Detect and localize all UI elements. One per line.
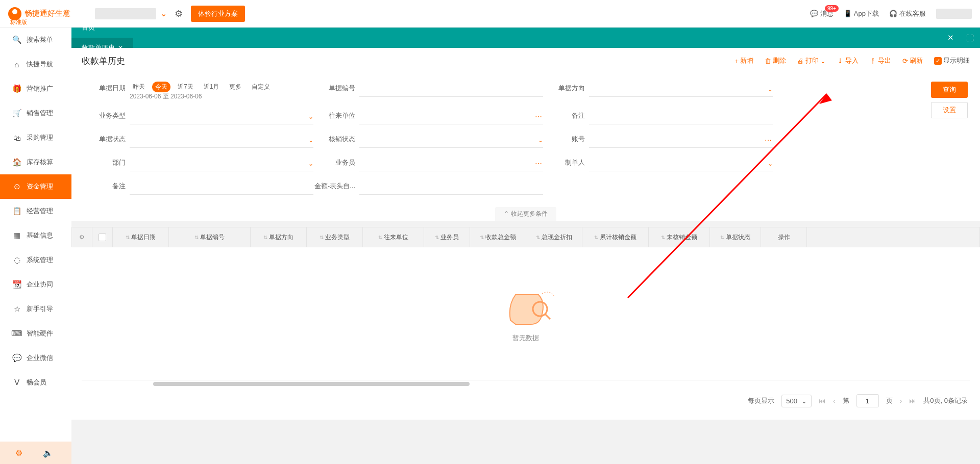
column-label: 单据状态 — [726, 233, 750, 242]
refresh-button[interactable]: ⟳刷新 — [902, 56, 923, 65]
dept-select[interactable]: ⌄ — [130, 156, 313, 171]
sidebar-item-14[interactable]: Ⅴ畅会员 — [0, 370, 71, 395]
tab-0[interactable]: 首页 — [71, 17, 133, 38]
sidebar-item-9[interactable]: ◌系统管理 — [0, 248, 71, 272]
sidebar-item-11[interactable]: ☆新手引导 — [0, 297, 71, 321]
toolbar: +新增 🗑删除 🖨打印⌄ ⭳导入 ⭱导出 ⟳刷新 ✓显示明细 — [734, 56, 970, 65]
sidebar-icon: ☆ — [12, 304, 21, 314]
experience-button[interactable]: 体验行业方案 — [191, 6, 245, 22]
sidebar-item-label: 资金管理 — [27, 182, 53, 191]
refresh-icon: ⟳ — [902, 57, 908, 65]
chevron-down-icon: ⌄ — [820, 57, 826, 65]
date-opt-1[interactable]: 今天 — [152, 82, 170, 92]
next-page-button[interactable]: › — [900, 397, 902, 405]
sidebar-item-5[interactable]: 🏠库存核算 — [0, 150, 71, 174]
remark2-input[interactable] — [130, 179, 313, 195]
sidebar-icon: ▦ — [12, 231, 21, 240]
user-redacted[interactable] — [936, 9, 972, 19]
column-header[interactable]: 操作 — [761, 227, 807, 247]
header-right: 💬 消息 99+ 📱 App下载 🎧 在线客服 — [810, 9, 972, 19]
chevron-down-icon: ⌄ — [768, 86, 773, 93]
doc-no-input[interactable] — [359, 82, 543, 97]
partner-input[interactable]: ⋯ — [359, 109, 543, 124]
empty-state: 暂无数据 — [71, 247, 980, 380]
delete-button[interactable]: 🗑删除 — [765, 56, 786, 65]
sidebar-gear-icon[interactable]: ⚙ — [15, 448, 22, 458]
prev-page-button[interactable]: ‹ — [833, 397, 836, 405]
column-header[interactable]: ⇅单据状态 — [710, 227, 761, 247]
sidebar-item-6[interactable]: ⊙资金管理 — [0, 174, 71, 199]
collapse-filters-button[interactable]: ⌃ 收起更多条件 — [495, 207, 556, 221]
amount-head-input[interactable] — [359, 179, 543, 195]
message-button[interactable]: 💬 消息 99+ — [810, 9, 834, 18]
show-detail-toggle[interactable]: ✓显示明细 — [934, 56, 970, 65]
horizontal-scrollbar[interactable] — [82, 380, 970, 387]
sidebar-item-label: 销售管理 — [27, 109, 53, 118]
sidebar-sound-icon[interactable]: 🔈 — [43, 448, 53, 458]
column-header[interactable]: ⇅未核销金额 — [649, 227, 710, 247]
import-button[interactable]: ⭳导入 — [837, 56, 859, 65]
date-opt-2[interactable]: 近7天 — [175, 82, 197, 92]
biz-type-select[interactable]: ⌄ — [130, 109, 313, 124]
date-opt-0[interactable]: 昨天 — [130, 82, 148, 92]
app-download-button[interactable]: 📱 App下载 — [844, 9, 879, 18]
app-label: App下载 — [854, 9, 879, 18]
column-label: 收款总金额 — [485, 233, 516, 242]
column-header[interactable]: ⇅收款总金额 — [470, 227, 526, 247]
last-page-button[interactable]: ⏭ — [909, 397, 916, 405]
column-label: 业务类型 — [325, 233, 350, 242]
sidebar-item-4[interactable]: 🛍采购管理 — [0, 125, 71, 150]
direction-select[interactable]: ⌄ — [589, 82, 773, 97]
sidebar-item-1[interactable]: ⌂快捷导航 — [0, 52, 71, 76]
sidebar-item-label: 库存核算 — [27, 158, 53, 167]
doc-status-select[interactable]: ⌄ — [130, 133, 313, 148]
column-header[interactable]: ⇅总现金折扣 — [526, 227, 582, 247]
export-button[interactable]: ⭱导出 — [870, 56, 891, 65]
sidebar-item-13[interactable]: 💬企业微信 — [0, 346, 71, 370]
print-icon: 🖨 — [797, 57, 804, 65]
chevron-down-icon: ⌄ — [160, 9, 167, 18]
column-header[interactable]: ⇅单据方向 — [251, 227, 307, 247]
first-page-button[interactable]: ⏮ — [819, 397, 826, 405]
scrollbar-thumb[interactable] — [153, 382, 470, 386]
column-header[interactable]: ⇅累计核销金额 — [582, 227, 649, 247]
column-header[interactable]: ⇅业务类型 — [307, 227, 363, 247]
customer-service-button[interactable]: 🎧 在线客服 — [889, 9, 926, 18]
select-all-checkbox[interactable] — [92, 227, 113, 247]
date-opt-5[interactable]: 自定义 — [249, 82, 273, 92]
write-status-select[interactable]: ⌄ — [359, 133, 543, 148]
sidebar-item-2[interactable]: 🎁营销推广 — [0, 76, 71, 101]
sidebar-item-8[interactable]: ▦基础信息 — [0, 223, 71, 248]
sort-icon: ⇅ — [536, 235, 540, 240]
chevron-down-icon: ⌄ — [308, 137, 313, 144]
page-input[interactable] — [856, 394, 879, 407]
query-button[interactable]: 查询 — [931, 82, 968, 98]
sidebar-item-10[interactable]: 📆企业协同 — [0, 272, 71, 297]
account-input[interactable]: ⋯ — [589, 133, 773, 148]
column-header[interactable]: ⇅单据日期 — [113, 227, 169, 247]
add-button[interactable]: +新增 — [734, 56, 753, 65]
sidebar-item-0[interactable]: 🔍搜索菜单 — [0, 28, 71, 52]
date-opt-4[interactable]: 更多 — [226, 82, 244, 92]
column-header[interactable]: ⇅往来单位 — [363, 227, 424, 247]
date-filter[interactable]: 昨天今天近7天近1月更多自定义 2023-06-06 至 2023-06-06 — [130, 82, 273, 101]
settings-button[interactable]: 设置 — [931, 102, 968, 118]
close-tab-icon[interactable]: ✕ — [941, 33, 960, 42]
sidebar-item-3[interactable]: 🛒销售管理 — [0, 101, 71, 125]
page-size-select[interactable]: 500 ⌄ — [781, 395, 812, 407]
column-header[interactable]: ⇅单据编号 — [169, 227, 251, 247]
print-button[interactable]: 🖨打印⌄ — [797, 56, 826, 65]
sidebar-item-12[interactable]: ⌨智能硬件 — [0, 321, 71, 346]
settings-gear-icon[interactable]: ⚙ — [175, 8, 183, 19]
remark-input[interactable] — [589, 109, 773, 124]
date-opt-3[interactable]: 近1月 — [201, 82, 223, 92]
table-header: ⚙ ⇅单据日期⇅单据编号⇅单据方向⇅业务类型⇅往来单位⇅业务员⇅收款总金额⇅总现… — [71, 227, 980, 247]
column-header[interactable]: ⇅业务员 — [424, 227, 470, 247]
table-config-icon[interactable]: ⚙ — [72, 227, 92, 247]
salesman-input[interactable]: ⋯ — [359, 156, 543, 171]
sort-icon: ⇅ — [480, 235, 484, 240]
sidebar-item-7[interactable]: 📋经营管理 — [0, 199, 71, 223]
checkbox-on-icon: ✓ — [934, 57, 942, 65]
creator-select[interactable]: ⌄ — [589, 156, 773, 171]
expand-icon[interactable]: ⛶ — [960, 34, 980, 42]
